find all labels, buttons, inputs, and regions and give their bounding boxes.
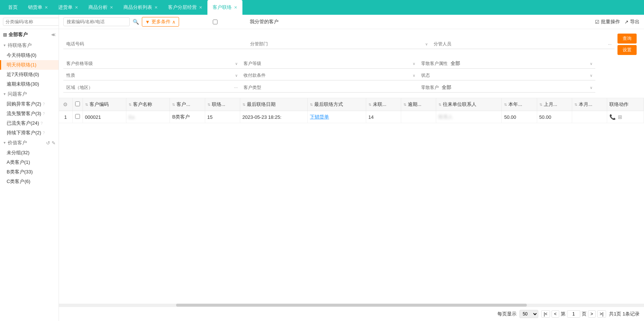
- scrollbar-thumb[interactable]: [176, 304, 527, 307]
- th-contact-person[interactable]: 往来单位联系人: [436, 98, 501, 111]
- filter-action-buttons: 查询 设置: [615, 32, 640, 56]
- sidebar-item-lost-warning[interactable]: 流失预警客户(3) ?: [0, 109, 59, 118]
- payment-label: 收付款条件: [244, 72, 266, 79]
- sidebar-search-input[interactable]: [3, 18, 59, 26]
- th-last-contact-method[interactable]: 最后联络方式: [308, 98, 366, 111]
- th-last-contact-date[interactable]: 最后联络日期: [240, 98, 308, 111]
- customer-level-dropdown-icon[interactable]: ∨: [413, 62, 415, 66]
- th-contact-count[interactable]: 联络...: [205, 98, 240, 111]
- problem-group-label[interactable]: 问题客户: [0, 89, 59, 99]
- sidebar-item-lost[interactable]: 已流失客户(24) ?: [0, 118, 59, 128]
- nav-customer-tier[interactable]: 客户分层经营 ✕: [163, 0, 207, 15]
- sidebar-search-container: 🔍: [0, 15, 59, 29]
- sidebar-item-today[interactable]: 今天待联络(0): [0, 51, 59, 60]
- adv-filter-row-3: 性质 ∨ 收付款条件 ∨ 状态 ∨: [63, 71, 640, 80]
- first-page-button[interactable]: |<: [541, 310, 550, 318]
- dept-dropdown-icon[interactable]: ∨: [425, 42, 428, 46]
- th-overdue[interactable]: 逾期...: [401, 98, 436, 111]
- page-size-select[interactable]: 50 100 200: [519, 310, 538, 318]
- sidebar-collapse-icon[interactable]: ≪: [51, 32, 56, 37]
- value-group-label[interactable]: 价值客户 ↺ ✎: [0, 138, 59, 148]
- customer-type-input[interactable]: [264, 85, 415, 90]
- contact-person-value: 联系人: [438, 114, 453, 120]
- sidebar-item-class-b[interactable]: B类客户(33): [0, 167, 59, 177]
- th-customer-code[interactable]: 客户编码: [83, 98, 126, 111]
- edit-icon[interactable]: ✎: [52, 140, 56, 146]
- nav-product-analysis-close[interactable]: ✕: [110, 5, 113, 10]
- sidebar-item-class-a[interactable]: A类客户(1): [0, 158, 59, 167]
- sidebar-item-class-c[interactable]: C类客户(6): [0, 177, 59, 186]
- nav-product-analysis-list[interactable]: 商品分析列表 ✕: [118, 0, 163, 15]
- table-row: 1 000021 Ea B类客户 15 2023-05-23 18:25: 下销…: [59, 111, 644, 123]
- customer-level-input[interactable]: [264, 61, 411, 66]
- nav-product-analysis-list-close[interactable]: ✕: [154, 5, 158, 10]
- row-checkbox[interactable]: [75, 114, 80, 119]
- payment-dropdown-icon[interactable]: ∨: [413, 73, 415, 77]
- status-dropdown-icon[interactable]: ∨: [590, 73, 592, 77]
- nav-sales-order[interactable]: 销货单 ✕: [23, 0, 53, 15]
- person-more-icon[interactable]: ···: [608, 42, 612, 47]
- select-all-checkbox[interactable]: [75, 101, 80, 106]
- td-last-contact-date: 2023-05-23 18:25:: [240, 111, 308, 123]
- sidebar-item-overdue[interactable]: 逾期未联络(30): [0, 79, 59, 89]
- sidebar-item-tomorrow[interactable]: 明天待联络(1): [0, 60, 59, 70]
- th-customer-name[interactable]: 客户名称: [126, 98, 169, 111]
- more-conditions-button[interactable]: ▼ 更多条件 ∧: [142, 17, 179, 27]
- payment-input[interactable]: [269, 73, 411, 78]
- export-button[interactable]: ↗ 导出: [624, 18, 640, 25]
- query-button[interactable]: 查询: [617, 34, 637, 44]
- person-input[interactable]: [454, 42, 606, 47]
- refresh-icon[interactable]: ↺: [46, 140, 50, 146]
- region-input[interactable]: [96, 85, 232, 90]
- price-level-dropdown-icon[interactable]: ∨: [235, 62, 238, 66]
- dept-input[interactable]: [271, 42, 424, 47]
- price-level-input[interactable]: [96, 61, 234, 66]
- gender-input[interactable]: [78, 73, 234, 78]
- nav-home[interactable]: 首页: [3, 0, 23, 15]
- page-size-label: 每页显示: [497, 311, 517, 317]
- nav-customer-contact[interactable]: 客户联络 ✕: [207, 0, 242, 15]
- nav-purchase-order-close[interactable]: ✕: [75, 5, 78, 10]
- sidebar-item-7days[interactable]: 近7天待联络(0): [0, 70, 59, 79]
- last-page-button[interactable]: >|: [597, 310, 606, 318]
- next-page-button[interactable]: >: [588, 310, 596, 318]
- retail-customer-dropdown-icon[interactable]: ∨: [590, 86, 592, 90]
- horizontal-scrollbar[interactable]: [59, 304, 644, 307]
- nav-customer-tier-close[interactable]: ✕: [199, 5, 202, 10]
- phone-input[interactable]: [87, 42, 244, 47]
- person-label: 分管人员: [434, 41, 451, 47]
- nav-sales-order-close[interactable]: ✕: [45, 5, 48, 10]
- grid-action-icon[interactable]: ⊞: [618, 114, 622, 120]
- my-customers-checkbox-container[interactable]: 我分管的客户: [182, 18, 279, 25]
- region-more-icon[interactable]: ···: [234, 85, 238, 90]
- th-customer-type[interactable]: 客户...: [170, 98, 205, 111]
- last-contact-method-link[interactable]: 下销货单: [310, 114, 329, 120]
- search-button[interactable]: 🔍: [133, 19, 139, 25]
- th-this-year[interactable]: 本年...: [502, 98, 537, 111]
- th-this-month[interactable]: 本月...: [572, 98, 607, 111]
- th-customer-type-sort: 客户...: [172, 101, 202, 108]
- sidebar-item-declining[interactable]: 持续下滑客户(2) ?: [0, 128, 59, 138]
- batch-operation-button[interactable]: ☑ 批量操作: [595, 18, 620, 25]
- nav-purchase-order[interactable]: 进货单 ✕: [53, 0, 83, 15]
- search-input[interactable]: [63, 17, 130, 26]
- retail-attr-dropdown-icon[interactable]: ∨: [590, 62, 592, 66]
- nav-customer-contact-close[interactable]: ✕: [234, 5, 237, 10]
- table-settings-icon[interactable]: ⚙: [63, 101, 68, 107]
- my-customers-checkbox[interactable]: [182, 20, 248, 24]
- sidebar-item-unclassified[interactable]: 未分组(32): [0, 148, 59, 158]
- status-input[interactable]: [433, 73, 588, 78]
- pending-group-label[interactable]: 待联络客户: [0, 40, 59, 51]
- all-customers-header[interactable]: ⊞ 全部客户 ≪: [0, 29, 59, 40]
- page-number-input[interactable]: [567, 310, 580, 318]
- table-footer: 每页显示 50 100 200 |< < 第 页 > >| 共1页 1条记录: [59, 307, 644, 321]
- settings-button[interactable]: 设置: [617, 45, 637, 55]
- nav-product-analysis[interactable]: 商品分析 ✕: [83, 0, 118, 15]
- th-unlinked[interactable]: 未联...: [366, 98, 401, 111]
- batch-op-label: 批量操作: [601, 18, 620, 25]
- prev-page-button[interactable]: <: [552, 310, 559, 318]
- gender-dropdown-icon[interactable]: ∨: [235, 73, 238, 77]
- th-last-month[interactable]: 上月...: [537, 98, 572, 111]
- sidebar-item-repurchase-abnormal[interactable]: 回购异常客户(2) ?: [0, 99, 59, 109]
- phone-action-icon[interactable]: 📞: [609, 114, 616, 120]
